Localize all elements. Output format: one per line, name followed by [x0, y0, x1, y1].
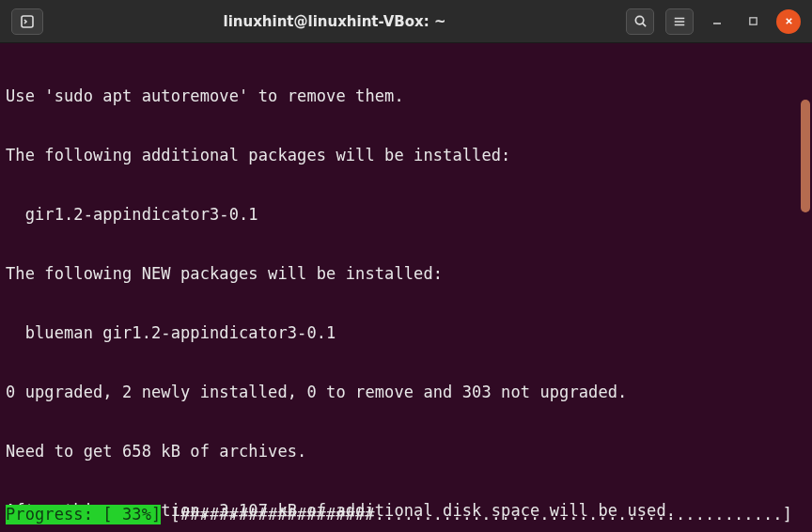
new-tab-button[interactable] — [11, 8, 43, 35]
svg-rect-2 — [749, 18, 756, 24]
minimize-button[interactable] — [705, 9, 729, 34]
titlebar: linuxhint@linuxhint-VBox: ~ — [0, 0, 812, 43]
terminal-line: The following additional packages will b… — [6, 146, 806, 165]
progress-bar: [####################...................… — [171, 505, 792, 524]
terminal-line: blueman gir1.2-appindicator3-0.1 — [6, 323, 806, 343]
search-button[interactable] — [626, 8, 654, 35]
terminal-line: 0 upgraded, 2 newly installed, 0 to remo… — [6, 383, 806, 402]
terminal-line: The following NEW packages will be insta… — [6, 264, 806, 284]
hamburger-menu-button[interactable] — [665, 8, 694, 35]
window-title: linuxhint@linuxhint-VBox: ~ — [53, 13, 617, 30]
scrollbar-thumb[interactable] — [801, 100, 810, 212]
terminal-line: Need to get 658 kB of archives. — [6, 442, 806, 462]
terminal-line: Use 'sudo apt autoremove' to remove them… — [6, 86, 806, 106]
terminal-output[interactable]: Use 'sudo apt autoremove' to remove them… — [0, 43, 812, 532]
close-button[interactable] — [776, 9, 801, 34]
scrollbar-track[interactable] — [801, 43, 810, 530]
apt-progress-row: Progress: [ 33%] [####################..… — [6, 505, 806, 524]
progress-label: Progress: [ 33%] — [6, 505, 161, 524]
maximize-button[interactable] — [741, 9, 765, 34]
terminal-line: gir1.2-appindicator3-0.1 — [6, 205, 806, 225]
svg-point-1 — [635, 16, 643, 23]
